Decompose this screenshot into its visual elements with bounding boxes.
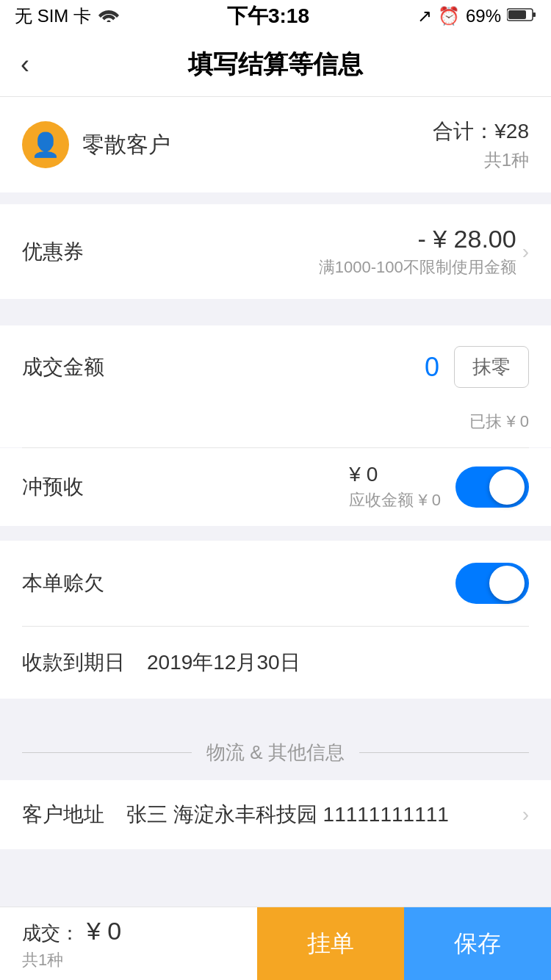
- svg-rect-3: [508, 10, 526, 19]
- chong-toggle[interactable]: [455, 466, 529, 508]
- svg-rect-2: [533, 12, 536, 17]
- coupon-label: 优惠券: [22, 238, 84, 266]
- chong-main: 冲预收 ¥ 0 应收金额 ¥ 0: [22, 463, 529, 511]
- hold-button[interactable]: 挂单: [257, 907, 404, 980]
- section-gap-1: [0, 311, 551, 325]
- coupon-card: 优惠券 - ¥ 28.00 满1000-100不限制使用金额 ›: [0, 204, 551, 299]
- amount-value[interactable]: 0: [395, 352, 439, 383]
- logistics-line-right: [359, 752, 529, 753]
- debt-toggle[interactable]: [455, 563, 529, 604]
- customer-name: 零散客户: [82, 130, 170, 160]
- chong-amount-block: ¥ 0 应收金额 ¥ 0: [349, 463, 441, 511]
- bottom-bar: 成交： ¥ 0 共1种 挂单 保存: [0, 907, 551, 980]
- back-button[interactable]: ‹: [21, 49, 29, 80]
- coupon-amount: - ¥ 28.00: [319, 225, 516, 253]
- coupon-chevron-icon: ›: [522, 240, 529, 264]
- coupon-desc: 满1000-100不限制使用金额: [319, 256, 516, 278]
- location-icon: ↗: [417, 6, 432, 26]
- bottom-summary-count: 共1种: [22, 949, 235, 971]
- coupon-value-block: - ¥ 28.00 满1000-100不限制使用金额: [319, 225, 516, 278]
- customer-card: 👤 零散客户 合计：¥28 共1种: [0, 97, 551, 192]
- chong-row: 冲预收 ¥ 0 应收金额 ¥ 0: [0, 448, 551, 526]
- amount-sub-row: 已抹 ¥ 0: [0, 408, 551, 447]
- battery-text: 69%: [466, 6, 501, 26]
- section-gap-2: [0, 526, 551, 541]
- customer-right: 合计：¥28 共1种: [433, 118, 529, 172]
- nav-title: 填写结算等信息: [188, 48, 363, 82]
- customer-count: 共1种: [433, 148, 529, 172]
- customer-total: 合计：¥28: [433, 118, 529, 145]
- due-date-row: 收款到期日 2019年12月30日: [0, 627, 551, 699]
- status-right: ↗ ⏰ 69%: [417, 6, 536, 26]
- avatar-icon: 👤: [31, 131, 60, 159]
- battery-icon: [507, 6, 536, 26]
- toggle-knob: [489, 469, 525, 505]
- status-time: 下午3:18: [227, 2, 309, 30]
- chong-amount-value: ¥ 0: [349, 463, 441, 486]
- debt-toggle-knob: [489, 566, 525, 601]
- section-gap-3: [0, 710, 551, 725]
- status-bar: 无 SIM 卡 下午3:18 ↗ ⏰ 69%: [0, 0, 551, 32]
- chong-label: 冲预收: [22, 473, 84, 501]
- customer-left: 👤 零散客户: [22, 121, 170, 168]
- nav-bar: ‹ 填写结算等信息: [0, 32, 551, 97]
- already-rounded-text: 已抹 ¥ 0: [469, 412, 529, 430]
- amount-right: 0 抹零: [395, 346, 529, 388]
- bottom-summary-label: 成交：: [22, 920, 79, 946]
- round-zero-button[interactable]: 抹零: [454, 346, 529, 388]
- alarm-icon: ⏰: [438, 6, 460, 26]
- debt-card: 本单赊欠 收款到期日 2019年12月30日: [0, 541, 551, 699]
- customer-avatar: 👤: [22, 121, 69, 168]
- address-value: 张三 海淀永丰科技园 11111111111: [126, 801, 522, 829]
- debt-label: 本单赊欠: [22, 569, 104, 597]
- svg-point-0: [107, 21, 111, 23]
- debt-row: 本单赊欠: [0, 541, 551, 626]
- due-date-value: 2019年12月30日: [147, 649, 300, 677]
- bottom-summary-main: 成交： ¥ 0: [22, 917, 235, 946]
- customer-row: 👤 零散客户 合计：¥28 共1种: [0, 97, 551, 192]
- bottom-summary-amount: ¥ 0: [87, 917, 121, 945]
- wifi-icon: [98, 6, 119, 26]
- logistics-line-left: [22, 752, 192, 753]
- chong-sub-text: 应收金额 ¥ 0: [349, 489, 441, 511]
- bottom-summary: 成交： ¥ 0 共1种: [0, 907, 257, 980]
- logistics-text: 物流 & 其他信息: [206, 740, 345, 765]
- amount-label: 成交金额: [22, 353, 104, 381]
- no-sim-text: 无 SIM 卡: [15, 4, 91, 28]
- address-row[interactable]: 客户地址 张三 海淀永丰科技园 11111111111 ›: [0, 780, 551, 849]
- coupon-row[interactable]: 优惠券 - ¥ 28.00 满1000-100不限制使用金额 ›: [0, 204, 551, 299]
- due-date-label: 收款到期日: [22, 649, 125, 677]
- transaction-card: 成交金额 0 抹零 已抹 ¥ 0 冲预收 ¥ 0 应收金额 ¥ 0: [0, 325, 551, 526]
- address-label: 客户地址: [22, 801, 104, 829]
- logistics-section: 物流 & 其他信息: [0, 725, 551, 780]
- logistics-header: 物流 & 其他信息: [22, 740, 529, 765]
- status-left: 无 SIM 卡: [15, 4, 119, 28]
- address-chevron-icon: ›: [522, 803, 529, 826]
- coupon-right: - ¥ 28.00 满1000-100不限制使用金额 ›: [319, 225, 529, 278]
- amount-row: 成交金额 0 抹零: [0, 325, 551, 408]
- chong-right: ¥ 0 应收金额 ¥ 0: [349, 463, 529, 511]
- address-card: 客户地址 张三 海淀永丰科技园 11111111111 ›: [0, 780, 551, 849]
- save-button[interactable]: 保存: [404, 907, 551, 980]
